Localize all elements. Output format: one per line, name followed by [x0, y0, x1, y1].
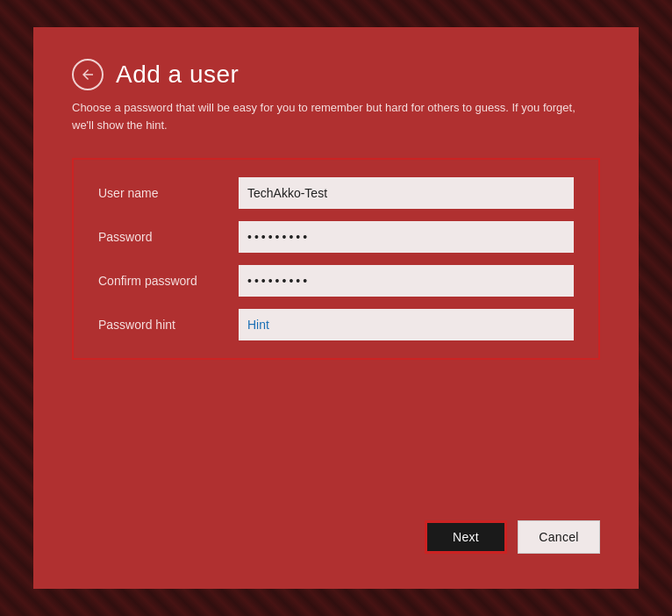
page-title: Add a user	[116, 61, 239, 89]
confirm-password-input[interactable]	[239, 265, 574, 297]
hint-row: Password hint	[98, 309, 574, 340]
username-row: User name	[98, 177, 574, 209]
password-label: Password	[98, 230, 239, 244]
cancel-button[interactable]: Cancel	[518, 520, 600, 554]
add-user-dialog: Add a user Choose a password that will b…	[33, 27, 639, 589]
buttons-row: Next Cancel	[72, 520, 600, 557]
password-input[interactable]	[239, 221, 574, 253]
next-button[interactable]: Next	[425, 520, 507, 554]
hint-input[interactable]	[239, 309, 574, 340]
back-arrow-icon	[80, 67, 96, 82]
hint-label: Password hint	[98, 318, 239, 332]
user-form: User name Password Confirm password Pass…	[72, 158, 600, 360]
password-row: Password	[98, 221, 574, 253]
back-button[interactable]	[72, 59, 104, 90]
confirm-password-row: Confirm password	[98, 265, 574, 297]
username-label: User name	[98, 186, 239, 200]
dialog-header: Add a user	[72, 59, 600, 90]
confirm-password-label: Confirm password	[98, 274, 239, 288]
dialog-subtitle: Choose a password that will be easy for …	[72, 99, 600, 133]
username-input[interactable]	[239, 177, 574, 209]
